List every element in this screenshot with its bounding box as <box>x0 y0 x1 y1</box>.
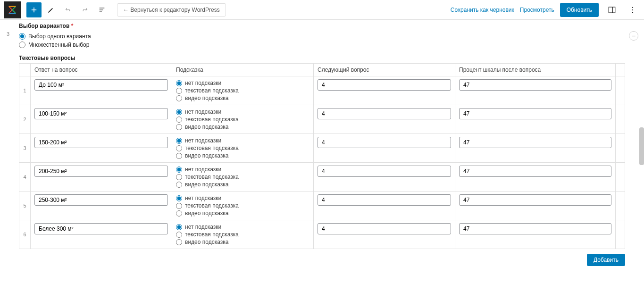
cell-hint: нет подсказкитекстовая подсказкавидео по… <box>172 220 314 249</box>
variant-multiple-option[interactable]: Множественный выбор <box>19 41 625 49</box>
hint-video-radio[interactable] <box>176 210 182 217</box>
hint-video-radio[interactable] <box>176 124 182 130</box>
collapse-button[interactable]: − <box>629 31 638 41</box>
next-input[interactable] <box>318 79 451 91</box>
hint-text-radio[interactable] <box>176 88 182 94</box>
topbar-right: Сохранить как черновик Просмотреть Обнов… <box>451 2 640 17</box>
more-menu-button[interactable] <box>625 2 640 17</box>
list-icon <box>98 6 106 14</box>
cell-hint: нет подсказкитекстовая подсказкавидео по… <box>172 134 314 163</box>
hint-none-radio[interactable] <box>176 167 182 173</box>
hint-text-radio[interactable] <box>176 117 182 123</box>
hint-none-option[interactable]: нет подсказки <box>176 223 309 231</box>
preview-button[interactable]: Просмотреть <box>520 7 554 13</box>
next-input[interactable] <box>318 108 451 119</box>
hint-none-label: нет подсказки <box>185 166 221 173</box>
hint-none-radio[interactable] <box>176 80 182 86</box>
logo-icon <box>7 5 17 15</box>
update-button[interactable]: Обновить <box>560 3 599 17</box>
hint-text-option[interactable]: текстовая подсказка <box>176 173 309 181</box>
answer-input[interactable] <box>34 108 168 119</box>
scrollbar-thumb[interactable] <box>639 127 644 165</box>
table-row: 2нет подсказкитекстовая подсказкавидео п… <box>19 105 625 134</box>
hint-none-option[interactable]: нет подсказки <box>176 137 309 144</box>
col-answer: Ответ на вопрос <box>31 64 172 76</box>
dots-vertical-icon <box>628 6 637 14</box>
undo-button[interactable] <box>60 2 75 17</box>
answer-input[interactable] <box>34 166 168 177</box>
next-input[interactable] <box>318 223 451 234</box>
percent-input[interactable] <box>459 223 611 234</box>
hint-none-radio[interactable] <box>176 138 182 144</box>
table-row: 3нет подсказкитекстовая подсказкавидео п… <box>19 134 625 163</box>
add-row-button[interactable]: Добавить <box>587 254 625 266</box>
hint-text-option[interactable]: текстовая подсказка <box>176 202 309 209</box>
hint-none-option[interactable]: нет подсказки <box>176 108 309 116</box>
hint-video-radio[interactable] <box>176 239 182 245</box>
hint-text-radio[interactable] <box>176 203 182 209</box>
edit-button[interactable] <box>43 2 59 17</box>
hint-text-label: текстовая подсказка <box>185 87 239 94</box>
hint-none-option[interactable]: нет подсказки <box>176 166 309 173</box>
variant-single-option[interactable]: Выбор одного варианта <box>19 32 625 41</box>
add-block-button[interactable] <box>26 2 42 17</box>
hint-none-option[interactable]: нет подсказки <box>176 194 309 202</box>
hint-video-option[interactable]: видео подсказка <box>176 152 309 159</box>
hint-text-label: текстовая подсказка <box>185 116 239 123</box>
answer-input[interactable] <box>34 79 168 91</box>
hint-text-radio[interactable] <box>176 174 182 180</box>
hint-video-option[interactable]: видео подсказка <box>176 181 309 188</box>
percent-input[interactable] <box>459 137 611 148</box>
hint-text-radio[interactable] <box>176 145 182 151</box>
hint-video-option[interactable]: видео подсказка <box>176 123 309 131</box>
hint-video-option[interactable]: видео подсказка <box>176 94 309 102</box>
variant-single-radio[interactable] <box>19 33 25 40</box>
cell-answer <box>31 163 172 192</box>
cell-tail <box>616 76 625 105</box>
svg-rect-0 <box>609 7 615 13</box>
hint-text-option[interactable]: текстовая подсказка <box>176 87 309 94</box>
variant-multiple-radio[interactable] <box>19 42 25 48</box>
back-to-wordpress-button[interactable]: ← Вернуться к редактору WordPress <box>117 3 226 17</box>
hint-video-radio[interactable] <box>176 153 182 159</box>
hint-text-option[interactable]: текстовая подсказка <box>176 231 309 238</box>
hint-none-radio[interactable] <box>176 109 182 115</box>
percent-input[interactable] <box>459 108 611 119</box>
sidebar-toggle-button[interactable] <box>604 2 619 17</box>
col-tail <box>616 64 625 76</box>
answer-input[interactable] <box>34 194 168 206</box>
hint-video-label: видео подсказка <box>185 95 228 101</box>
hint-none-radio[interactable] <box>176 195 182 201</box>
row-number: 4 <box>19 163 31 192</box>
save-draft-button[interactable]: Сохранить как черновик <box>451 7 514 13</box>
outline-button[interactable] <box>94 2 109 17</box>
add-row-container: Добавить <box>19 254 625 266</box>
cell-tail <box>616 220 625 249</box>
percent-input[interactable] <box>459 166 611 177</box>
hint-text-option[interactable]: текстовая подсказка <box>176 144 309 152</box>
cell-percent <box>455 134 616 163</box>
hint-video-radio[interactable] <box>176 95 182 101</box>
answer-input[interactable] <box>34 223 168 234</box>
cell-tail <box>616 163 625 192</box>
percent-input[interactable] <box>459 79 611 91</box>
row-number: 2 <box>19 105 31 134</box>
answer-input[interactable] <box>34 137 168 148</box>
hint-video-option[interactable]: видео подсказка <box>176 209 309 217</box>
hint-video-option[interactable]: видео подсказка <box>176 238 309 246</box>
site-logo[interactable] <box>4 1 21 18</box>
percent-input[interactable] <box>459 194 611 206</box>
hint-none-option[interactable]: нет подсказки <box>176 79 309 87</box>
hint-text-option[interactable]: текстовая подсказка <box>176 116 309 123</box>
redo-button[interactable] <box>77 2 92 17</box>
next-input[interactable] <box>318 194 451 206</box>
hint-text-label: текстовая подсказка <box>185 145 239 151</box>
next-input[interactable] <box>318 166 451 177</box>
next-input[interactable] <box>318 137 451 148</box>
hint-text-radio[interactable] <box>176 232 182 238</box>
hint-none-label: нет подсказки <box>185 80 221 86</box>
hint-video-radio[interactable] <box>176 182 182 188</box>
hint-none-radio[interactable] <box>176 224 182 230</box>
cell-next <box>314 134 455 163</box>
variants-radio-group: Выбор одного варианта Множественный выбо… <box>19 32 625 49</box>
